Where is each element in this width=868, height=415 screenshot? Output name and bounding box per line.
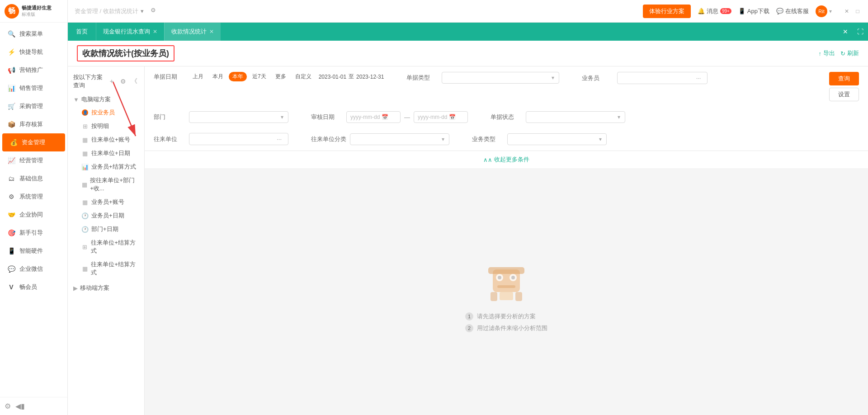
empty-step-2: 2 用过滤条件来缩小分析范围 (465, 324, 547, 332)
svg-rect-10 (515, 292, 522, 301)
salesman-more-icon[interactable]: ··· (696, 75, 701, 81)
scheme-item-counterpart-settle2[interactable]: ▦ 往来单位+结算方式 (68, 258, 144, 279)
scheme-item-salesman-settle[interactable]: 📊 业务员+结算方式 (68, 160, 144, 174)
scheme-item-dept-date[interactable]: 🕐 部门+日期 (68, 222, 144, 236)
shortcut-this-month[interactable]: 本月 (209, 72, 227, 81)
review-date-dash: — (404, 114, 410, 121)
avatar: Rit (816, 5, 827, 17)
sidebar-item-hardware[interactable]: 📱 智能硬件 (0, 242, 67, 260)
sidebar-item-quicknav[interactable]: ⚡ 快捷导航 (0, 43, 67, 61)
svg-rect-3 (488, 267, 524, 274)
sidebar-item-beginner[interactable]: 🎯 新手引导 (0, 224, 67, 242)
empty-robot-illustration (479, 251, 533, 306)
tab-window-maximize[interactable]: ⛶ (853, 28, 868, 35)
sidebar-item-quicknav-label: 快捷导航 (19, 48, 43, 56)
scheme-item-counterpart-settle1[interactable]: ⊞ 往来单位+结算方式 (68, 236, 144, 258)
pc-scheme-group: ▼ 电脑端方案 👤 按业务员 ⊞ 按明细 (68, 93, 144, 279)
maximize-btn[interactable]: □ (854, 8, 861, 15)
sidebar-collapse-btn[interactable]: ◀▮ (15, 402, 25, 410)
scheme-salesman-label: 按业务员 (91, 108, 115, 117)
scheme-item-salesman[interactable]: 👤 按业务员 (68, 106, 144, 119)
collapse-btn[interactable]: ∧∧ 收起更多条件 (145, 151, 868, 168)
shortcut-more[interactable]: 更多 (272, 72, 290, 81)
review-date-to[interactable]: yyyy-mm-dd 📅 (414, 111, 468, 123)
scheme-header-actions: ＋ ⚙ 《 (107, 77, 139, 86)
tab-window-close[interactable]: ✕ (838, 28, 853, 35)
sidebar-item-operation[interactable]: 📈 经营管理 (0, 151, 67, 170)
scheme-salesman-date-label: 业务员+日期 (91, 212, 124, 220)
scheme-item-salesman-account[interactable]: ▦ 业务员+账号 (68, 195, 144, 209)
online-service-btn[interactable]: 💬 在线客服 (776, 7, 809, 15)
app-download-label: App下载 (747, 7, 769, 15)
trial-btn[interactable]: 体验行业方案 (643, 5, 691, 18)
doctype-filter-group: 单据类型 ▾ (406, 72, 559, 84)
scheme-collapse-icon[interactable]: 《 (130, 77, 139, 86)
dept-select[interactable]: ▾ (189, 111, 288, 123)
sidebar-item-member[interactable]: V 畅会员 (0, 278, 67, 296)
shortcut-last-month[interactable]: 上月 (189, 72, 207, 81)
tab-home[interactable]: 首页 (68, 23, 96, 41)
doctype-select[interactable]: ▾ (442, 72, 559, 84)
salesman-select[interactable]: ··· (617, 72, 708, 84)
detail-scheme-icon: ⊞ (81, 123, 89, 130)
sidebar-item-wechat[interactable]: 💬 企业微信 (0, 260, 67, 278)
service-icon: 💬 (776, 8, 783, 14)
sidebar-item-sales[interactable]: 📊 销售管理 (0, 79, 67, 97)
biz-type-select[interactable]: ▾ (507, 133, 607, 145)
close-btn[interactable]: ✕ (843, 8, 850, 15)
mobile-group-title[interactable]: ▶ 移动端方案 (68, 282, 144, 294)
notification-btn[interactable]: 🔔 消息 99+ (698, 7, 731, 15)
scheme-item-counterpart-account[interactable]: ▦ 往来单位+账号 (68, 133, 144, 146)
refresh-btn[interactable]: ↻ 刷新 (840, 49, 859, 57)
query-btn[interactable]: 查询 (829, 72, 859, 85)
sidebar-item-enterprise[interactable]: 🤝 企业协同 (0, 206, 67, 224)
breadcrumb-text: 资金管理 / 收款情况统计 (75, 7, 138, 15)
topbar-dropdown-icon[interactable]: ▾ (141, 8, 144, 14)
sidebar-item-finance[interactable]: 💰 资金管理 (2, 133, 65, 151)
scheme-item-salesman-date[interactable]: 🕐 业务员+日期 (68, 209, 144, 222)
review-date-from[interactable]: yyyy-mm-dd 📅 (346, 111, 401, 123)
sidebar-item-purchase[interactable]: 🛒 采购管理 (0, 97, 67, 115)
docstatus-select[interactable]: ▾ (526, 111, 625, 123)
scheme-detail-label: 按明细 (91, 122, 109, 130)
tab-bankflow-close[interactable]: ✕ (153, 28, 157, 35)
tab-bankflow[interactable]: 现金银行流水查询 ✕ (96, 23, 164, 41)
add-scheme-icon[interactable]: ＋ (107, 77, 116, 86)
app-download-btn[interactable]: 📱 App下载 (738, 7, 769, 15)
scheme-item-counterpart-dept[interactable]: ▦ 按往来单位+部门+收... (68, 174, 144, 195)
tab-collection[interactable]: 收款情况统计 ✕ (164, 23, 221, 41)
shortcut-this-year[interactable]: 本年 (229, 72, 247, 81)
counterpart-cat-chevron: ▾ (442, 136, 444, 142)
tab-collection-close[interactable]: ✕ (209, 28, 214, 35)
sidebar-item-search[interactable]: 🔍 搜索菜单 (0, 25, 67, 43)
sidebar-item-enterprise-label: 企业协同 (19, 211, 43, 219)
counterpart-more-icon[interactable]: ··· (277, 136, 282, 142)
user-dropdown-icon: ▾ (829, 8, 832, 14)
salesman-scheme-icon: 👤 (81, 109, 89, 116)
settings-icon[interactable]: ⚙ (151, 7, 160, 16)
sidebar-item-marketing[interactable]: 📢 营销推广 (0, 61, 67, 79)
sidebar-settings-btn[interactable]: ⚙ (5, 402, 11, 410)
logo-area: 畅 畅捷通好生意 标准版 (0, 0, 67, 23)
scheme-item-detail[interactable]: ⊞ 按明细 (68, 119, 144, 133)
dept-chevron: ▾ (281, 114, 283, 120)
docstatus-label: 单据状态 (491, 113, 522, 121)
sidebar-item-inventory[interactable]: 📦 库存核算 (0, 115, 67, 133)
sidebar-item-basic[interactable]: 🗂 基础信息 (0, 170, 67, 188)
shortcut-custom[interactable]: 自定义 (292, 72, 315, 81)
pc-group-title[interactable]: ▼ 电脑端方案 (68, 93, 144, 106)
scheme-panel: 按以下方案查询 ＋ ⚙ 《 (68, 66, 145, 415)
scheme-item-counterpart-date[interactable]: ▦ 往来单位+日期 (68, 146, 144, 160)
logo-name: 畅捷通好生意 (22, 5, 52, 11)
settings-btn[interactable]: 设置 (829, 88, 859, 101)
shortcut-7days[interactable]: 近7天 (249, 72, 270, 81)
counterpart-select[interactable]: ··· (189, 133, 288, 145)
doctype-label: 单据类型 (406, 74, 438, 82)
user-area[interactable]: Rit ▾ (816, 5, 832, 17)
sidebar-item-system[interactable]: ⚙ 系统管理 (0, 188, 67, 206)
scheme-settings-icon[interactable]: ⚙ (118, 77, 127, 86)
export-btn[interactable]: ↑ 导出 (819, 49, 835, 57)
topbar-actions: 体验行业方案 🔔 消息 99+ 📱 App下载 💬 在线客服 Rit ▾ ✕ □ (643, 5, 861, 18)
counterpart-cat-select[interactable]: ▾ (350, 133, 449, 145)
scheme-header: 按以下方案查询 ＋ ⚙ 《 (68, 71, 144, 93)
